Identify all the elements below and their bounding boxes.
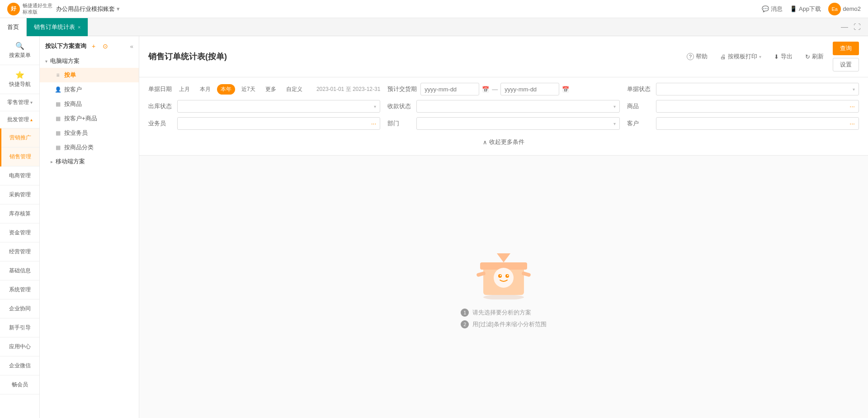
export-button[interactable]: ⬇ 导出 xyxy=(770,51,796,62)
sidebar-item-inventory[interactable]: 库存核算 xyxy=(0,204,39,223)
sidebar-item-quick-nav[interactable]: ⭐ 快捷导航 xyxy=(0,65,39,94)
main-body: 按以下方案查询 + ⊙ « ▾ 电脑端方案 ≡ 按单 👤 xyxy=(40,36,868,418)
user-action[interactable]: Ea demo2 xyxy=(828,3,861,15)
collect-status-col: 收款状态 ▾ xyxy=(387,100,619,113)
goods-more-icon[interactable]: ··· xyxy=(849,103,855,110)
empty-svg xyxy=(472,245,535,299)
query-button[interactable]: 查询 xyxy=(833,42,859,55)
expected-date-inputs: 📅 — 📅 xyxy=(420,83,569,95)
this-year-btn[interactable]: 本年 xyxy=(217,84,235,95)
page-header: 销售订单统计表(按单) ? 帮助 🖨 按模板打印 ▾ ⬇ 导出 xyxy=(139,36,868,77)
sidebar-item-basic-info[interactable]: 基础信息 xyxy=(0,261,39,280)
empty-hints: 1 请先选择要分析的方案 2 用[过滤]条件来缩小分析范围 xyxy=(461,309,546,328)
scheme-item-by-order[interactable]: ≡ 按单 xyxy=(40,68,139,82)
last-7-days-btn[interactable]: 近7天 xyxy=(238,84,259,95)
scheme-item-by-goods[interactable]: ▦ 按商品 xyxy=(40,97,139,111)
salesman-more-icon[interactable]: ··· xyxy=(371,120,377,127)
top-bar-right: 💬 消息 📱 App下载 Ea demo2 xyxy=(762,3,861,15)
search-icon: 🔍 xyxy=(15,42,24,50)
sidebar-wholesale-group: 营销推广 销售管理 xyxy=(0,128,39,166)
dropdown-arrow-icon[interactable]: ▾ xyxy=(117,5,120,12)
sidebar-item-membership[interactable]: 畅会员 xyxy=(0,375,39,394)
scheme-item-by-customer[interactable]: 👤 按客户 xyxy=(40,82,139,97)
help-button[interactable]: ? 帮助 xyxy=(683,51,711,62)
scheme-item-by-customer-goods[interactable]: ▦ 按客户+商品 xyxy=(40,111,139,126)
star-icon: ⭐ xyxy=(15,71,24,79)
settings-scheme-button[interactable]: ⊙ xyxy=(101,42,110,51)
sidebar-item-enterprise[interactable]: 企业协同 xyxy=(0,299,39,318)
sidebar-item-purchase[interactable]: 采购管理 xyxy=(0,185,39,204)
sidebar-item-enterprise-wechat[interactable]: 企业微信 xyxy=(0,356,39,375)
expected-date-end[interactable] xyxy=(500,83,559,95)
svg-point-4 xyxy=(494,268,514,288)
out-status-select[interactable]: ▾ xyxy=(177,100,380,113)
expected-date-start[interactable] xyxy=(420,83,479,95)
sidebar-item-ecommerce[interactable]: 电商管理 xyxy=(0,166,39,185)
hint-item-2: 2 用[过滤]条件来缩小分析范围 xyxy=(461,320,546,328)
goods-col: 商品 ··· xyxy=(627,100,859,113)
expected-date-label: 预计交货期 xyxy=(387,85,417,93)
sidebar-item-new-guide[interactable]: 新手引导 xyxy=(0,318,39,337)
chevron-down-icon: ▾ xyxy=(30,100,33,105)
dept-dropdown-icon: ▾ xyxy=(613,121,616,126)
message-icon: 💬 xyxy=(762,5,769,12)
message-action[interactable]: 💬 消息 xyxy=(762,5,783,13)
out-status-dropdown-icon: ▾ xyxy=(374,104,376,109)
sidebar-item-finance[interactable]: 资金管理 xyxy=(0,223,39,242)
sidebar-item-retail[interactable]: 零售管理 ▾ xyxy=(0,94,39,111)
last-month-btn[interactable]: 上月 xyxy=(175,84,193,95)
help-icon: ? xyxy=(687,53,694,60)
minimize-icon[interactable]: — xyxy=(841,23,848,31)
sidebar-item-app-center[interactable]: 应用中心 xyxy=(0,337,39,356)
app-download-action[interactable]: 📱 App下载 xyxy=(790,5,821,13)
date-buttons: 上月 本月 本年 近7天 更多 自定义 xyxy=(175,84,315,95)
sidebar-item-system[interactable]: 系统管理 xyxy=(0,280,39,299)
tab-bar: 首页 销售订单统计表 × — ⛶ xyxy=(0,18,868,36)
tab-home[interactable]: 首页 xyxy=(0,18,27,36)
template-print-button[interactable]: 🖨 按模板打印 ▾ xyxy=(717,51,765,62)
calendar-start-icon[interactable]: 📅 xyxy=(482,86,489,93)
goods-input[interactable]: ··· xyxy=(656,100,859,113)
dept-select[interactable]: ▾ xyxy=(416,117,619,130)
scheme-item-by-goods-category[interactable]: ▦ 按商品分类 xyxy=(40,140,139,155)
collapse-button[interactable]: ∧ 收起更多条件 xyxy=(483,138,524,146)
sidebar-item-search[interactable]: 🔍 搜索菜单 xyxy=(0,36,39,65)
svg-point-8 xyxy=(507,275,509,276)
calendar-end-icon[interactable]: 📅 xyxy=(562,86,569,93)
out-status-col: 出库状态 ▾ xyxy=(148,100,380,113)
salesman-input[interactable]: ··· xyxy=(177,117,380,130)
right-content: 销售订单统计表(按单) ? 帮助 🖨 按模板打印 ▾ ⬇ 导出 xyxy=(139,36,868,418)
triangle-down-icon: ▾ xyxy=(45,59,47,64)
this-month-btn[interactable]: 本月 xyxy=(196,84,214,95)
status-select[interactable]: ▾ xyxy=(656,83,859,95)
more-dates-btn[interactable]: 更多 xyxy=(262,84,280,95)
collapse-panel-button[interactable]: « xyxy=(130,43,133,50)
salesman-label: 业务员 xyxy=(148,119,174,128)
setting-button[interactable]: 设置 xyxy=(833,58,859,71)
status-col: 单据状态 ▾ xyxy=(627,83,859,95)
collect-dropdown-icon: ▾ xyxy=(613,104,616,109)
results-area: 1 请先选择要分析的方案 2 用[过滤]条件来缩小分析范围 xyxy=(139,156,868,418)
tab-sales-order[interactable]: 销售订单统计表 × xyxy=(27,18,88,36)
filter-row-1: 单据日期 上月 本月 本年 近7天 更多 自定义 2023-01-01 至 20… xyxy=(148,83,859,95)
salesman-icon: ▦ xyxy=(54,130,61,136)
scheme-item-by-salesman[interactable]: ▦ 按业务员 xyxy=(40,126,139,140)
sidebar-item-marketing[interactable]: 营销推广 xyxy=(1,128,39,147)
sidebar-item-operations[interactable]: 经营管理 xyxy=(0,242,39,261)
custom-dates-btn[interactable]: 自定义 xyxy=(283,84,306,95)
refresh-button[interactable]: ↻ 刷新 xyxy=(802,51,827,62)
date-filter-col: 单据日期 上月 本月 本年 近7天 更多 自定义 2023-01-01 至 20… xyxy=(148,84,380,95)
category-icon: ▦ xyxy=(54,144,61,151)
goods-icon: ▦ xyxy=(54,101,61,107)
mobile-scheme-header[interactable]: ▸ 移动端方案 xyxy=(40,155,139,168)
collect-status-select[interactable]: ▾ xyxy=(416,100,619,113)
customer-more-icon[interactable]: ··· xyxy=(849,120,855,127)
customer-input[interactable]: ··· xyxy=(656,117,859,130)
pc-scheme-header[interactable]: ▾ 电脑端方案 xyxy=(40,54,139,68)
add-scheme-button[interactable]: + xyxy=(90,42,97,51)
tab-close-icon[interactable]: × xyxy=(78,24,80,30)
print-dropdown-icon: ▾ xyxy=(759,54,761,59)
fullscreen-icon[interactable]: ⛶ xyxy=(854,23,861,31)
sidebar-item-wholesale[interactable]: 批发管理 ▴ xyxy=(0,111,39,128)
sidebar-item-sales-mgmt[interactable]: 销售管理 xyxy=(1,147,39,166)
